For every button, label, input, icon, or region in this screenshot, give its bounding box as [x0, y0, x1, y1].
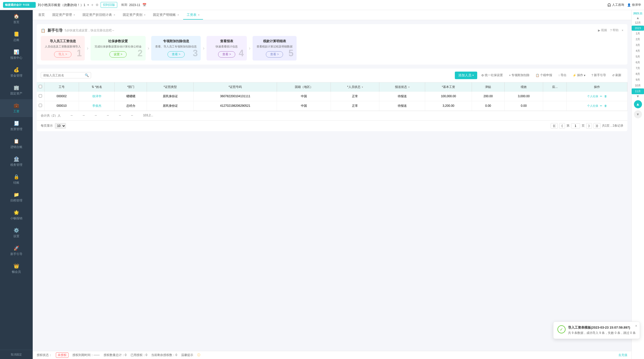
goto-auth-link[interactable]: 去充值 [618, 353, 627, 357]
period-value[interactable]: 2023-11 [129, 3, 140, 7]
step-4-btn[interactable]: 查看 > [218, 51, 235, 58]
reports-icon: 📊 [14, 49, 19, 55]
select-all-checkbox[interactable] [39, 85, 42, 88]
cal-month-6[interactable]: 6月 [632, 60, 644, 65]
sidebar-item-archive[interactable]: 📁 归档管理 [0, 188, 33, 206]
sidebar-item-fixed-assets[interactable]: 🏢 固定资产 [0, 81, 33, 99]
user-profile-btn[interactable]: 👤 徐泽华 [627, 3, 641, 7]
guide-close-btn[interactable]: × [622, 29, 623, 32]
ai-consult-btn[interactable]: 🎧 人工咨询 [607, 3, 624, 7]
tab-depreciation-close[interactable]: × [113, 13, 115, 16]
tab-fixed-assets[interactable]: 固定资产管理 × [49, 11, 78, 20]
step-5-btn[interactable]: 查看 > [266, 51, 283, 58]
cal-month-10[interactable]: 10月 [632, 83, 644, 88]
row1-edit-icon[interactable]: ✏ [600, 95, 602, 98]
row1-select-checkbox[interactable] [39, 94, 42, 97]
personal-tax-btn[interactable]: 📋 个税申报 [534, 72, 554, 78]
export-btn[interactable]: ↑ 导出 [556, 72, 569, 78]
settings-icon[interactable]: ⚙ [96, 3, 99, 7]
cal-month-3[interactable]: 3月 [632, 42, 644, 48]
row2-delete-icon[interactable]: 🗑 [604, 104, 607, 107]
cal-month-5[interactable]: 5月 [632, 54, 644, 60]
tab-fixed-assets-label: 固定资产管理 [52, 13, 72, 17]
prev-page-btn[interactable]: ⟨ [559, 123, 565, 129]
cal-month-4[interactable]: 4月 [632, 48, 644, 54]
row1-name-link[interactable]: 徐泽华 [92, 94, 101, 98]
step-2-title: 社保参数设置 [108, 39, 128, 43]
cal-month-1[interactable]: 1月 [632, 31, 644, 36]
sidebar-item-invoice[interactable]: 🧾 发票管理 [0, 117, 33, 135]
report-status-filter-icon[interactable]: ▾ [408, 86, 410, 88]
cal-down-icon[interactable]: ▼ [636, 94, 640, 98]
row2-name-link[interactable]: 李俊杰 [92, 104, 101, 108]
toast-close-btn[interactable]: × [635, 324, 637, 328]
row2-op-label[interactable]: 个人社保 [587, 104, 598, 107]
guide-video-btn[interactable]: ▶ 视频 [598, 28, 607, 32]
cal-month-9[interactable]: 9月 [632, 77, 644, 83]
tab-home[interactable]: 首页 [35, 11, 48, 20]
sidebar-item-settings[interactable]: ⚙️ 设置 [0, 224, 33, 242]
tab-asset-detail[interactable]: 固定资产明细账 × [149, 11, 182, 20]
step-3-btn[interactable]: 查看 > [168, 51, 185, 58]
first-page-btn[interactable]: ⟨⟨ [551, 123, 558, 129]
operations-btn[interactable]: ⚡ 操作 ▾ [571, 72, 587, 78]
panel-action-1[interactable]: ▲ [634, 100, 642, 108]
cal-month-11[interactable]: 11月 [632, 88, 644, 94]
sidebar-item-home[interactable]: 🏠 首页 [0, 10, 33, 28]
cal-up-icon[interactable]: ▲ [636, 16, 640, 20]
row2-select-checkbox[interactable] [39, 104, 42, 107]
special-deduction-btn[interactable]: + 专项附加扣除 [507, 72, 532, 78]
headset-icon: 🎧 [607, 3, 611, 7]
tab-depreciation[interactable]: 固定资产折旧统计表 × [79, 11, 118, 20]
add-employee-btn[interactable]: 添加人员 ▾ [455, 72, 477, 79]
row1-dept: 嗯嗯嗯 [115, 92, 147, 101]
sidebar-item-sales-ledger[interactable]: 📋 进销台账 [0, 135, 33, 153]
step-2-btn[interactable]: 设置 > [109, 51, 127, 58]
sidebar-item-funds[interactable]: 💰 资金管理 [0, 64, 33, 81]
panel-action-2[interactable]: ▼ [634, 110, 642, 118]
tab-asset-detail-close[interactable]: × [177, 13, 179, 16]
tab-asset-category[interactable]: 固定资产类别 × [119, 11, 149, 20]
per-page-select[interactable]: 10 20 50 [55, 123, 66, 129]
next-page-btn[interactable]: ⟩ [586, 123, 592, 129]
sidebar-label-ledger: 总账 [13, 38, 19, 42]
row2-edit-icon[interactable]: ✏ [600, 104, 602, 107]
calendar-icon[interactable]: 📅 [142, 3, 146, 7]
dropdown-arrow-icon[interactable]: ▾ [87, 3, 89, 7]
social-insurance-btn[interactable]: ⚙ 统一社保设置 [479, 72, 505, 78]
switch-version-btn[interactable]: 切到旧版 [101, 2, 117, 8]
sidebar-item-reports[interactable]: 📊 报表中心 [0, 46, 33, 64]
new-guide-btn[interactable]: ? 新手引导 [589, 72, 608, 78]
guide-help-btn[interactable]: ? 帮助 [610, 28, 619, 32]
sidebar-item-close[interactable]: 🔒 结账 [0, 171, 33, 188]
sidebar-item-tax[interactable]: 🏦 税务管理 [0, 153, 33, 171]
new-guide-icon: ? [591, 74, 593, 77]
tab-payroll[interactable]: 工资表 × [183, 11, 203, 20]
step-1-btn[interactable]: 导入 > [54, 51, 71, 58]
cal-month-12[interactable]: 12月 [632, 20, 644, 26]
status-filter-icon[interactable]: ▾ [362, 86, 363, 88]
cal-month-8[interactable]: 8月 [632, 71, 644, 77]
tab-asset-category-close[interactable]: × [144, 13, 145, 16]
last-page-btn[interactable]: ⟩⟩ [593, 123, 600, 129]
row1-op-label[interactable]: 个人社保 [587, 95, 598, 98]
unpin-btn[interactable]: 取消固定 [11, 353, 22, 356]
add-account-icon[interactable]: + [91, 3, 93, 7]
add-employee-arrow-icon: ▾ [472, 74, 474, 77]
refresh-btn[interactable]: ↺ 刷新 [610, 72, 623, 78]
page-input[interactable] [571, 123, 580, 128]
sidebar-item-member[interactable]: 👑 畅会员 [0, 260, 33, 278]
sidebar-item-payroll[interactable]: 💼 工资 [0, 99, 33, 117]
sidebar-item-guide[interactable]: 🚀 新手引导 [0, 242, 33, 260]
cal-year-2023[interactable]: 2023 [632, 26, 644, 31]
cal-month-7[interactable]: 7月 [632, 65, 644, 71]
tab-payroll-close[interactable]: × [198, 13, 199, 16]
search-icon[interactable]: 🔍 [85, 73, 89, 77]
row1-delete-icon[interactable]: 🗑 [604, 95, 607, 98]
cal-month-2[interactable]: 2月 [632, 36, 644, 42]
sidebar-item-expense[interactable]: 🌟 小畅报销 [0, 206, 33, 224]
search-input[interactable] [43, 74, 83, 77]
sidebar-item-ledger[interactable]: 📒 总账 [0, 28, 33, 46]
social-insurance-icon: ⚙ [481, 74, 484, 77]
tab-fixed-assets-close[interactable]: × [73, 13, 75, 16]
